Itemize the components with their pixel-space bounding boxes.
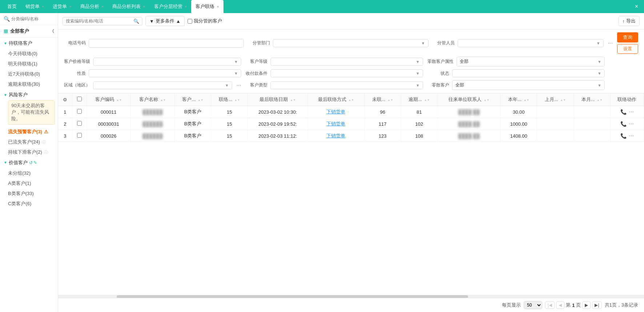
cell-last-method-1[interactable]: 下销货单 <box>308 118 365 130</box>
close-tab-customer-segment[interactable]: × <box>185 4 187 9</box>
filter-customer-grade-select[interactable]: ▼ <box>270 58 423 66</box>
tab-product-analysis[interactable]: 商品分析 × <box>76 0 108 13</box>
col-contact-person[interactable]: 往来单位联系人 ▲▼ <box>438 93 500 106</box>
filter-dept: 分管部门 ▼ <box>248 39 428 47</box>
filter-payment-select[interactable]: ▼ <box>270 69 423 77</box>
close-tab-purchase[interactable]: × <box>69 4 71 9</box>
export-button[interactable]: ↑ 导出 <box>619 16 640 26</box>
close-tab-product-analysis[interactable]: × <box>101 4 104 9</box>
filter-region-more[interactable]: ··· <box>237 82 241 89</box>
tab-customer-segment[interactable]: 客户分层经营 × <box>150 0 191 13</box>
sort-contact: ▲▼ <box>234 98 240 102</box>
toolbar-search-input[interactable] <box>66 19 132 24</box>
last-method-link-0[interactable]: 下销货单 <box>326 109 345 114</box>
close-tab-sales[interactable]: × <box>42 4 44 9</box>
filter-manager-select[interactable]: ▼ <box>458 39 604 47</box>
tab-purchase[interactable]: 进货单 × <box>48 0 76 13</box>
sidebar-item-ungroup[interactable]: 未分组(32) <box>0 168 58 178</box>
sidebar-item-declining[interactable]: 持续下滑客户(2) ⓘ <box>0 147 58 157</box>
first-page-button[interactable]: |◀ <box>545 301 555 309</box>
more-conditions-button[interactable]: ▼ 更多条件 ▲ <box>145 16 185 26</box>
tab-sales[interactable]: 销货单 × <box>21 0 48 13</box>
tab-customer-contact[interactable]: 客户联络 × <box>191 0 223 13</box>
close-all-button[interactable]: × <box>632 3 641 10</box>
sidebar-item-today[interactable]: 今天待联络(0) <box>0 49 58 59</box>
col-last-date[interactable]: 最后联络日期 ▲▼ <box>248 93 308 106</box>
table-header-row: ⚙ 客户编码 ▲▼ 客户名称 ▲▼ 客户... ▲▼ 联络... ▲▼ 最后联络… <box>58 93 644 106</box>
col-not-contacted[interactable]: 未联... ▲▼ <box>364 93 401 106</box>
action-phone-1[interactable]: 📞 <box>620 121 627 127</box>
toolbar-search-icon[interactable]: 🔍 <box>133 19 139 24</box>
action-phone-0[interactable]: 📞 <box>620 109 627 115</box>
close-tab-customer-contact[interactable]: × <box>217 4 219 9</box>
filter-manager-more[interactable]: ··· <box>608 40 613 46</box>
filter-price-level-select[interactable]: ▼ <box>93 58 241 66</box>
close-tab-product-list[interactable]: × <box>143 4 145 9</box>
sidebar-all-customers[interactable]: ⊞ 全部客户 《 <box>0 25 58 38</box>
sidebar-item-churned[interactable]: 已流失客户(24) ⓘ <box>0 137 58 147</box>
sidebar-group-risk[interactable]: ▼ 风险客户 <box>0 89 58 100</box>
filter-region-select[interactable]: ▼ <box>93 81 232 89</box>
sidebar-item-tomorrow[interactable]: 明天待联络(1) <box>0 59 58 69</box>
col-this-year[interactable]: 本年... ▲▼ <box>500 93 537 106</box>
action-more-1[interactable]: ⋯ <box>629 121 634 127</box>
sidebar-item-churn-warning[interactable]: 流失预警客户(3) ⚠ <box>0 127 58 137</box>
action-more-0[interactable]: ⋯ <box>629 109 634 115</box>
col-settings[interactable]: ⚙ <box>58 93 72 106</box>
col-contact[interactable]: 联络... ▲▼ <box>211 93 248 106</box>
sidebar-group-value[interactable]: ▼ 价值客户 ↺ ✎ <box>0 157 58 168</box>
col-last-month[interactable]: 上月... ▲▼ <box>537 93 574 106</box>
my-customers-checkbox[interactable] <box>188 19 192 24</box>
tab-product-list[interactable]: 商品分析列表 × <box>108 0 149 13</box>
filter-phone-input[interactable] <box>89 39 244 48</box>
cell-last-method-0[interactable]: 下销货单 <box>308 106 365 118</box>
col-name[interactable]: 客户名称 ▲▼ <box>130 93 174 106</box>
sidebar-item-class-a[interactable]: A类客户(1) <box>0 178 58 189</box>
sidebar-group-pending[interactable]: ▼ 待联络客户 <box>0 38 58 49</box>
settings-button[interactable]: 设置 <box>617 44 638 54</box>
row-checkbox-0[interactable] <box>77 109 82 114</box>
next-page-button[interactable]: ▶ <box>582 301 591 309</box>
sidebar-item-class-c[interactable]: C类客户(6) <box>0 199 58 209</box>
last-method-link-2[interactable]: 下销货单 <box>326 133 345 138</box>
sidebar-search-input[interactable] <box>11 16 54 21</box>
per-page-select[interactable]: 50 20 100 <box>524 301 542 309</box>
col-this-month[interactable]: 本月... ▲▼ <box>573 93 610 106</box>
footer: 每页显示 50 20 100 |◀ ◀ 第 1 页 ▶ ▶| 共1页，3条记录 <box>58 298 644 312</box>
chevron-retail-customer: ▼ <box>597 83 601 88</box>
sidebar-item-overdue[interactable]: 逾期未联络(30) <box>0 79 58 89</box>
tab-home[interactable]: 首页 <box>3 0 21 13</box>
my-customers-checkbox-label[interactable]: 我分管的客户 <box>188 18 222 24</box>
filter-retail-customer-select[interactable]: 全部 ▼ <box>452 80 605 90</box>
col-overdue[interactable]: 逾期... ▲▼ <box>401 93 438 106</box>
cell-last-month-0 <box>537 106 574 118</box>
last-page-button[interactable]: ▶| <box>592 301 601 309</box>
row-checkbox-1[interactable] <box>77 121 82 126</box>
cell-this-month-2 <box>573 130 610 142</box>
filter-retail-attr-select[interactable]: 全部 ▼ <box>456 57 605 66</box>
filter-customer-type-select[interactable]: ▼ <box>270 81 423 89</box>
query-button[interactable]: 查询 <box>617 32 638 42</box>
row-checkbox-2[interactable] <box>77 133 82 138</box>
last-method-link-1[interactable]: 下销货单 <box>326 121 345 126</box>
cell-last-method-2[interactable]: 下销货单 <box>308 130 365 142</box>
col-type[interactable]: 客户... ▲▼ <box>174 93 211 106</box>
chevron-price-level: ▼ <box>234 60 238 64</box>
refresh-icon-value[interactable]: ↺ <box>29 160 33 165</box>
select-all-checkbox[interactable] <box>77 97 82 101</box>
filter-nature-select[interactable]: ▼ <box>89 69 241 77</box>
prev-page-button[interactable]: ◀ <box>556 301 564 309</box>
table-container[interactable]: ⚙ 客户编码 ▲▼ 客户名称 ▲▼ 客户... ▲▼ 联络... ▲▼ 最后联络… <box>58 93 644 295</box>
sort-last-method: ▲▼ <box>348 98 354 102</box>
sidebar-item-7days[interactable]: 近7天待联络(0) <box>0 69 58 79</box>
horizontal-scrollbar[interactable] <box>58 295 644 298</box>
filter-dept-select[interactable]: ▼ <box>273 39 428 47</box>
filter-status-select[interactable]: ▼ <box>452 69 605 77</box>
action-phone-2[interactable]: 📞 <box>620 133 627 139</box>
sidebar-item-class-b[interactable]: B类客户(33) <box>0 189 58 199</box>
col-last-method[interactable]: 最后联络方式 ▲▼ <box>308 93 365 106</box>
action-more-2[interactable]: ⋯ <box>629 133 634 139</box>
col-code[interactable]: 客户编码 ▲▼ <box>86 93 130 106</box>
edit-icon-value[interactable]: ✎ <box>33 160 37 165</box>
col-checkbox <box>72 93 86 106</box>
